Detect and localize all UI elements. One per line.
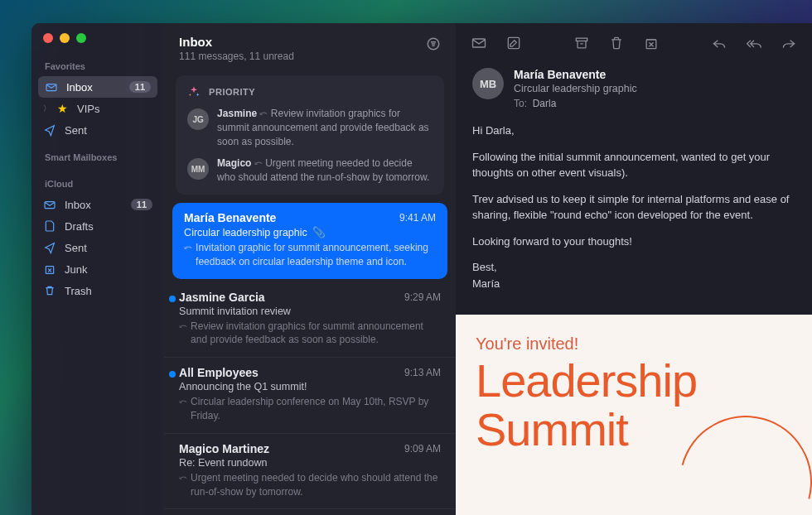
message-sender: Magico Martinez	[179, 442, 269, 455]
message-item[interactable]: Fleur Lasseur8:57 AMStrategy deck v5⤺Mee…	[164, 509, 456, 515]
body-paragraph: Trev advised us to keep it simple for in…	[472, 191, 795, 224]
priority-icon	[187, 85, 201, 99]
body-paragraph: Best,María	[472, 259, 795, 291]
sidebar-item-label: Inbox	[65, 199, 91, 211]
message-subject: Re: Event rundown	[179, 457, 441, 469]
inbox-icon	[45, 80, 58, 94]
message-preview: ⤺Circular leadership conference on May 1…	[179, 395, 441, 423]
sidebar-item-label: Inbox	[66, 81, 93, 94]
sidebar-item-trash[interactable]: Trash	[31, 280, 164, 301]
message-item[interactable]: María Benavente9:41 AMCircular leadershi…	[172, 203, 447, 279]
compose-button[interactable]	[505, 35, 522, 51]
message-time: 9:29 AM	[404, 291, 441, 303]
reply-button[interactable]	[711, 35, 727, 51]
sidebar-item-label: Sent	[65, 124, 87, 137]
window-controls	[31, 33, 164, 58]
body-paragraph: Looking forward to your thoughts!	[472, 233, 795, 250]
unread-badge: 11	[129, 81, 151, 93]
message-list-pane: Inbox 111 messages, 11 unread PRIORITY J…	[164, 23, 456, 515]
reader-pane: MB María Benavente Circular leadership g…	[456, 23, 812, 515]
message-item[interactable]: Magico Martinez9:09 AMRe: Event rundown⤺…	[164, 434, 456, 510]
drafts-icon	[43, 219, 56, 233]
email-attachment-graphic: You're invited! Leadership Summit	[456, 315, 812, 515]
invite-subtitle: You're invited!	[476, 335, 792, 354]
icloud-section-label: iCloud	[31, 176, 164, 194]
unread-dot-icon	[169, 296, 176, 302]
junk-icon	[43, 262, 56, 276]
priority-item[interactable]: JGJasmine ⤺ Review invitation graphics f…	[187, 107, 433, 148]
sidebar-item-sent[interactable]: Sent	[31, 119, 164, 141]
priority-label: PRIORITY	[209, 87, 255, 97]
sidebar-item-inbox[interactable]: Inbox11	[38, 76, 157, 98]
maximize-window-button[interactable]	[76, 33, 86, 43]
priority-section: PRIORITY JGJasmine ⤺ Review invitation g…	[176, 75, 444, 195]
sidebar-item-junk[interactable]: Junk	[31, 258, 164, 280]
reader-toolbar	[456, 23, 812, 63]
svg-rect-7	[473, 39, 486, 47]
unread-badge: 11	[131, 199, 152, 210]
forward-button[interactable]	[781, 35, 797, 51]
message-time: 9:13 AM	[404, 367, 441, 378]
delete-button[interactable]	[608, 35, 625, 51]
avatar: MM	[187, 158, 209, 180]
favorites-section-label: Favorites	[31, 58, 164, 76]
message-preview: ⤺Review invitation graphics for summit a…	[179, 320, 441, 348]
message-sender: All Employees	[179, 366, 259, 379]
body-paragraph: Hi Darla,	[472, 123, 795, 139]
mailbox-status: 111 messages, 11 unread	[179, 51, 294, 62]
archive-button[interactable]	[573, 35, 590, 51]
trash-icon	[43, 284, 56, 297]
priority-item[interactable]: MMMagico ⤺ Urgent meeting needed to deci…	[187, 156, 433, 185]
smart-mailboxes-section-label: Smart Mailboxes	[31, 149, 164, 167]
message-subject: Circular leadership graphic	[514, 83, 795, 94]
sidebar-item-inbox[interactable]: Inbox11	[31, 194, 164, 215]
mailbox-title: Inbox	[179, 35, 294, 49]
message-item[interactable]: Jasmine Garcia9:29 AMSummit invitation r…	[164, 282, 456, 359]
reply-all-button[interactable]	[746, 35, 762, 51]
star-icon: ★	[56, 102, 69, 115]
filter-button[interactable]	[426, 36, 441, 55]
message-sender: Jasmine Garcia	[179, 291, 265, 304]
message-subject: Announcing the Q1 summit!	[179, 381, 441, 392]
sidebar-item-label: Trash	[65, 285, 92, 297]
sent-icon	[43, 241, 56, 254]
sidebar: Favorites Inbox11〉★VIPsSent Smart Mailbo…	[31, 23, 164, 515]
recipient-line: To: Darla	[514, 98, 795, 109]
message-subject: Circular leadership graphic📎	[184, 226, 436, 238]
unread-dot-icon	[169, 371, 176, 378]
sidebar-item-label: VIPs	[77, 103, 99, 115]
avatar: JG	[187, 108, 209, 130]
message-sender: María Benavente	[184, 211, 276, 224]
message-list[interactable]: María Benavente9:41 AMCircular leadershi…	[164, 203, 456, 515]
sidebar-item-label: Sent	[65, 242, 87, 254]
envelope-icon[interactable]	[471, 35, 487, 51]
sidebar-item-sent[interactable]: Sent	[31, 237, 164, 258]
mail-window: Favorites Inbox11〉★VIPsSent Smart Mailbo…	[31, 23, 812, 515]
close-window-button[interactable]	[43, 33, 53, 43]
message-time: 9:41 AM	[399, 212, 436, 224]
sender-avatar: MB	[472, 68, 504, 99]
sidebar-item-label: Junk	[65, 263, 87, 276]
message-preview: ⤺Invitation graphic for summit announcem…	[184, 241, 436, 269]
message-item[interactable]: All Employees9:13 AMAnnouncing the Q1 su…	[164, 358, 456, 434]
message-time: 9:09 AM	[404, 443, 441, 455]
message-preview: ⤺Urgent meeting needed to decide who sho…	[179, 471, 441, 499]
svg-rect-9	[576, 38, 587, 41]
body-paragraph: Following the initial summit announcemen…	[472, 149, 795, 181]
sidebar-item-vips[interactable]: 〉★VIPs	[31, 98, 164, 119]
sidebar-item-drafts[interactable]: Drafts	[31, 215, 164, 237]
attachment-icon: 📎	[312, 227, 326, 238]
message-header: MB María Benavente Circular leadership g…	[456, 63, 812, 123]
message-body: Hi Darla,Following the initial summit an…	[456, 123, 812, 315]
inbox-icon	[43, 198, 56, 211]
message-subject: Summit invitation review	[179, 306, 441, 317]
sidebar-item-label: Drafts	[65, 220, 94, 233]
sender-name: María Benavente	[514, 68, 795, 81]
sent-icon	[43, 123, 56, 137]
junk-button[interactable]	[643, 35, 660, 51]
minimize-window-button[interactable]	[60, 33, 70, 43]
